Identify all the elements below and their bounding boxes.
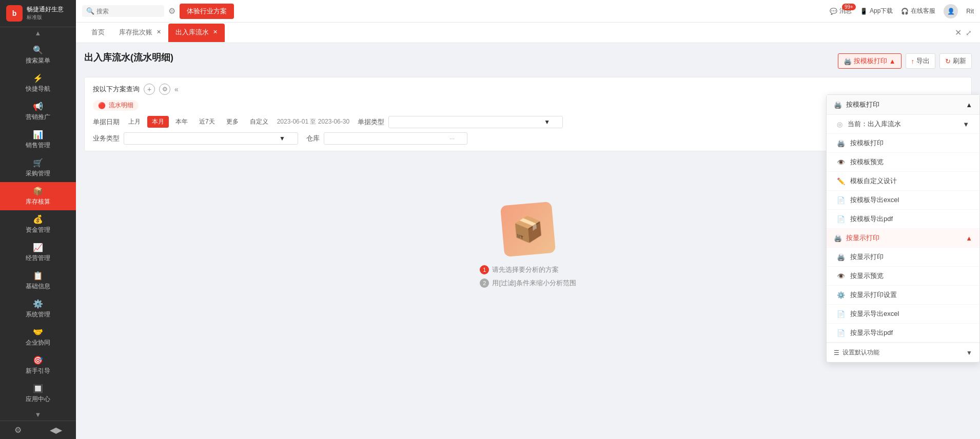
dp-tmpl-excel-icon: 📄 xyxy=(837,196,845,204)
sidebar-item-system[interactable]: ⚙️ 系统管理 xyxy=(0,295,76,323)
sidebar-item-label: 销售管理 xyxy=(26,141,50,150)
tab-batch-label: 库存批次账 xyxy=(119,28,152,37)
dp-display-export-excel[interactable]: 📄 按显示导出excel xyxy=(827,305,979,324)
dp-display-subheader[interactable]: 🖨️ 按显示打印 ▲ xyxy=(827,229,979,248)
dp-tmpl-preview-icon: 👁️ xyxy=(837,158,845,166)
tab-batch[interactable]: 库存批次账 ✕ xyxy=(112,24,168,42)
refresh-label: 刷新 xyxy=(953,56,966,66)
sidebar-item-partner[interactable]: 🤝 企业协同 xyxy=(0,323,76,351)
sidebar-item-operation[interactable]: 📈 经营管理 xyxy=(0,238,76,267)
dp-display-settings[interactable]: ⚙️ 按显示打印设置 xyxy=(827,286,979,305)
tab-flow-close[interactable]: ✕ xyxy=(213,29,218,35)
search-input[interactable] xyxy=(96,8,160,15)
doctype-chevron-icon: ▼ xyxy=(544,118,550,126)
dp-current-chevron: ▼ xyxy=(963,121,969,128)
tabbar-expand-btn[interactable]: ⤢ xyxy=(966,29,972,37)
sidebar-item-marketing[interactable]: 📢 营销推广 xyxy=(0,97,76,126)
sidebar-item-finance[interactable]: 💰 资金管理 xyxy=(0,210,76,238)
filter-collapse-icon[interactable]: « xyxy=(174,85,179,93)
empty-illustration: 📦 xyxy=(500,202,556,257)
trial-btn[interactable]: 体验行业方案 xyxy=(180,4,234,19)
sidebar-item-apps[interactable]: 🔲 应用中心 xyxy=(0,380,76,408)
refresh-btn[interactable]: ↻ 刷新 xyxy=(939,53,972,69)
tab-batch-close[interactable]: ✕ xyxy=(156,29,161,35)
sidebar-item-guide[interactable]: 🎯 新手引导 xyxy=(0,351,76,380)
topbar-avatar[interactable]: 👤 xyxy=(944,4,958,18)
dp-template-header[interactable]: 🖨️ 按模板打印 ▲ xyxy=(827,95,979,115)
search-icon: 🔍 xyxy=(33,45,43,55)
sidebar-item-label: 营销推广 xyxy=(26,113,50,122)
empty-hints: 1 请先选择要分析的方案 2 用[过滤]条件来缩小分析范围 xyxy=(480,263,576,290)
app-icon: 📱 xyxy=(860,8,868,15)
dp-disp-excel-label: 按显示导出excel xyxy=(850,309,899,318)
tabbar-right: ✕ ⤢ xyxy=(955,28,972,37)
doctype-label: 单据类型 xyxy=(358,117,384,127)
date-btn-custom[interactable]: 自定义 xyxy=(245,116,273,128)
sidebar-item-basic[interactable]: 📋 基础信息 xyxy=(0,267,76,295)
page-content: 出入库流水(流水明细) 🖨️ 按模板打印 ▲ ↑ 导出 ↻ 刷新 xyxy=(76,43,980,439)
warehouse-select[interactable]: ··· xyxy=(324,132,467,145)
dp-footer[interactable]: ☰ 设置默认功能 ▼ xyxy=(827,343,979,362)
sidebar-item-label: 经营管理 xyxy=(26,254,50,263)
export-btn[interactable]: ↑ 导出 xyxy=(906,53,936,69)
print-btn[interactable]: 🖨️ 按模板打印 ▲ xyxy=(838,53,901,69)
dp-display-print[interactable]: 🖨️ 按显示打印 xyxy=(827,248,979,267)
sidebar-scroll-down[interactable]: ▼ xyxy=(0,409,76,421)
msg-badge: 99+ xyxy=(842,4,856,10)
sidebar-collapse-btn[interactable]: ◀▶ xyxy=(50,425,62,435)
sidebar-item-quick-nav[interactable]: ⚡ 快捷导航 xyxy=(0,69,76,97)
sidebar-item-search[interactable]: 🔍 搜索菜单 xyxy=(0,41,76,69)
print-icon: 🖨️ xyxy=(844,57,852,65)
filter-date-btns: 上月 本月 本年 近7天 更多 自定义 2023-06-01 至 2023-06… xyxy=(124,116,349,128)
tab-flow[interactable]: 出入库流水 ✕ xyxy=(168,24,225,42)
warehouse-label: 仓库 xyxy=(306,134,320,143)
dp-header-up-icon: ▲ xyxy=(966,101,972,109)
dp-display-export-pdf[interactable]: 📄 按显示导出pdf xyxy=(827,324,979,343)
filter-date-item: 单据日期 上月 本月 本年 近7天 更多 自定义 2023-06-01 至 20… xyxy=(93,116,349,128)
date-btn-last-month[interactable]: 上月 xyxy=(124,116,145,128)
tabbar-close-btn[interactable]: ✕ xyxy=(955,28,962,37)
date-btn-last7[interactable]: 近7天 xyxy=(194,116,220,128)
filter-tag: 🔴 流水明细 xyxy=(93,100,139,111)
date-btn-this-month[interactable]: 本月 xyxy=(147,116,169,128)
hint-num-1: 1 xyxy=(480,265,489,274)
sidebar-item-inventory[interactable]: 📦 库存核算 xyxy=(0,182,76,210)
tab-home[interactable]: 首页 xyxy=(84,24,112,42)
filter-add-btn[interactable]: + xyxy=(144,84,155,95)
sidebar-item-label: 基础信息 xyxy=(26,282,50,291)
filter-biztype-item: 业务类型 ▼ xyxy=(93,132,298,145)
topbar-gear-icon[interactable]: ⚙ xyxy=(168,6,175,16)
dp-template-export-excel[interactable]: 📄 按模板导出excel xyxy=(827,191,979,210)
doctype-select[interactable]: ▼ xyxy=(388,116,563,128)
dp-template-design[interactable]: ✏️ 模板自定义设计 xyxy=(827,172,979,191)
topbar: 🔍 ⚙ 体验行业方案 💬 消息 99+ 📱 App下载 🎧 在线客服 👤 Ri xyxy=(76,0,980,23)
dp-display-title: 按显示打印 xyxy=(846,233,879,243)
sidebar-settings-btn[interactable]: ⚙ xyxy=(14,425,22,435)
dp-current-label: 当前：出入库流水 xyxy=(848,119,901,129)
date-btn-more[interactable]: 更多 xyxy=(222,116,243,128)
sidebar-logo: b 畅捷通好生意 标准版 xyxy=(0,0,76,27)
dp-template-preview[interactable]: 👁️ 按模板预览 xyxy=(827,153,979,172)
apps-icon: 🔲 xyxy=(33,384,43,393)
biztype-label: 业务类型 xyxy=(93,134,120,143)
system-icon: ⚙️ xyxy=(33,299,43,309)
date-btn-this-year[interactable]: 本年 xyxy=(171,116,192,128)
sidebar-item-sales[interactable]: 📊 销售管理 xyxy=(0,126,76,154)
filter-tag-label: 流水明细 xyxy=(109,101,133,110)
topbar-search[interactable]: 🔍 xyxy=(82,5,164,17)
biztype-select[interactable]: ▼ xyxy=(124,132,298,145)
topbar-app-btn[interactable]: 📱 App下载 xyxy=(860,7,893,15)
tag-icon: 🔴 xyxy=(98,102,106,109)
dp-template-export-pdf[interactable]: 📄 按模板导出pdf xyxy=(827,210,979,229)
topbar-msg-btn[interactable]: 💬 消息 99+ xyxy=(830,7,852,15)
dp-template-title: 按模板打印 xyxy=(846,100,879,109)
sidebar-scroll-up[interactable]: ▲ xyxy=(0,27,76,39)
dp-current-item[interactable]: ◎ 当前：出入库流水 ▼ xyxy=(827,115,979,134)
dp-display-preview[interactable]: 👁️ 按显示预览 xyxy=(827,267,979,286)
dp-template-print[interactable]: 🖨️ 按模板打印 xyxy=(827,134,979,153)
filter-settings-btn[interactable]: ⚙ xyxy=(159,84,170,95)
logo-sub: 标准版 xyxy=(27,14,64,21)
topbar-service-btn[interactable]: 🎧 在线客服 xyxy=(901,7,935,15)
topbar-username[interactable]: Rit xyxy=(966,8,974,15)
sidebar-item-purchase[interactable]: 🛒 采购管理 xyxy=(0,154,76,182)
